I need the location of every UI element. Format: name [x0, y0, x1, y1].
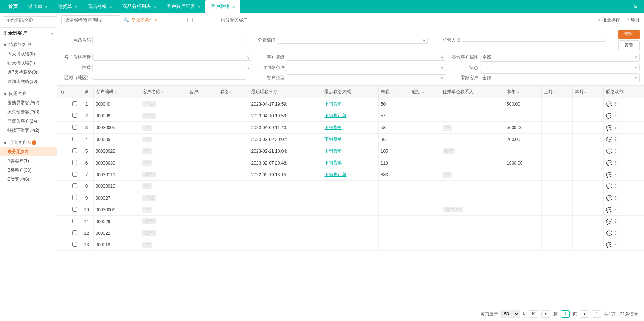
grid-action-icon[interactable]: ⠿: [615, 137, 618, 142]
my-customers-checkbox-label[interactable]: 我分管的客户: [161, 17, 247, 23]
retail-select[interactable]: 全部 ∨: [480, 73, 640, 82]
tab-sales[interactable]: 销售单 ✕: [23, 0, 53, 13]
contact-method-link[interactable]: 下销货单: [324, 125, 342, 130]
grid-action-icon[interactable]: ⠿: [615, 113, 618, 119]
batch-op-button[interactable]: ☑ 批量操作: [597, 17, 620, 23]
tab-customer-contact[interactable]: 客户联络 ✕: [205, 0, 240, 13]
th-settings[interactable]: ⚙: [57, 86, 69, 98]
tab-analysis[interactable]: 商品分析 ✕: [82, 0, 117, 13]
person-select[interactable]: [462, 39, 606, 42]
sidebar-item-class-b[interactable]: B类客户(33): [0, 166, 57, 175]
row-checkbox[interactable]: [72, 207, 77, 212]
td-check[interactable]: [69, 169, 80, 181]
region-select[interactable]: [92, 77, 246, 80]
message-icon[interactable]: 💬: [606, 160, 612, 166]
close-sales-icon[interactable]: ✕: [45, 5, 47, 9]
contact-method-link[interactable]: 下销货单: [324, 101, 342, 106]
tab-customer-layer[interactable]: 客户分层经客 ✕: [161, 0, 205, 13]
search-input[interactable]: [61, 15, 120, 24]
dept-select[interactable]: ∨: [277, 37, 427, 44]
td-check[interactable]: [69, 204, 80, 216]
sidebar-item-7days[interactable]: 近7天待联络(0): [0, 68, 57, 77]
contact-method-link[interactable]: 下销货单: [324, 160, 342, 165]
collapse-icon[interactable]: «: [51, 31, 54, 36]
message-icon[interactable]: 💬: [606, 242, 612, 248]
grid-action-icon[interactable]: ⠿: [615, 242, 618, 248]
message-icon[interactable]: 💬: [606, 137, 612, 142]
nav-close-button[interactable]: ✕: [630, 3, 641, 10]
th-this-month[interactable]: 本月...: [573, 86, 603, 98]
sidebar-item-class-a[interactable]: A类客户(1): [0, 156, 57, 166]
td-check[interactable]: [69, 122, 80, 134]
contact-method-link[interactable]: 下销货单: [324, 148, 342, 154]
message-icon[interactable]: 💬: [606, 183, 612, 189]
my-customers-checkbox[interactable]: [161, 18, 219, 22]
retail-attr-select[interactable]: 全部 ∨: [480, 53, 640, 62]
message-icon[interactable]: 💬: [606, 230, 612, 236]
grid-action-icon[interactable]: ⠿: [615, 172, 618, 178]
grid-action-icon[interactable]: ⠿: [615, 125, 618, 131]
td-check[interactable]: [69, 145, 80, 157]
row-checkbox[interactable]: [72, 195, 77, 200]
sidebar-item-class-c[interactable]: C类客户(6): [0, 175, 57, 184]
tab-analysis-list[interactable]: 商品分析列表 ✕: [117, 0, 161, 13]
row-checkbox[interactable]: [72, 230, 77, 235]
phone-input[interactable]: [92, 36, 243, 44]
message-icon[interactable]: 💬: [606, 113, 612, 119]
customer-type-select[interactable]: ∨: [286, 74, 446, 81]
row-checkbox[interactable]: [72, 160, 77, 165]
contact-method-link[interactable]: 下销售订单: [324, 113, 346, 118]
more-button-1[interactable]: ···: [608, 37, 612, 43]
message-icon[interactable]: 💬: [606, 148, 612, 154]
contact-method-link[interactable]: 下销售订单: [324, 172, 346, 177]
tab-home[interactable]: 首页: [3, 0, 23, 13]
status-select[interactable]: ∨: [480, 64, 640, 71]
export-button[interactable]: ↑ 导出: [627, 17, 640, 23]
customer-level-select[interactable]: ∨: [286, 54, 446, 61]
grid-action-icon[interactable]: ⠿: [615, 195, 618, 201]
td-check[interactable]: [69, 134, 80, 145]
page-size-select[interactable]: 50 100: [501, 310, 520, 318]
sidebar-item-hoarding[interactable]: 囤购异常客户(2): [0, 98, 57, 107]
nature-select[interactable]: ∨: [92, 64, 252, 71]
td-check[interactable]: [69, 98, 80, 110]
message-icon[interactable]: 💬: [606, 125, 612, 131]
row-checkbox[interactable]: [72, 172, 77, 177]
message-icon[interactable]: 💬: [606, 207, 612, 213]
th-name[interactable]: 客户名称 ⇅: [140, 86, 187, 98]
td-check[interactable]: [69, 192, 80, 204]
td-check[interactable]: [69, 227, 80, 239]
sidebar-item-today[interactable]: 今天待联络(0): [0, 49, 57, 59]
sidebar-item-tomorrow[interactable]: 明天待联络(1): [0, 59, 57, 68]
td-check[interactable]: [69, 239, 80, 251]
th-last-date[interactable]: 最后联联日期: [249, 86, 322, 98]
contact-method-link[interactable]: 下销货单: [324, 137, 342, 142]
last-page-button[interactable]: 1: [592, 310, 601, 318]
sidebar-search-input[interactable]: [3, 16, 57, 24]
td-check[interactable]: [69, 157, 80, 169]
row-checkbox[interactable]: [72, 137, 77, 141]
sidebar-item-churned[interactable]: 已流失客户(24): [0, 117, 57, 126]
grid-action-icon[interactable]: ⠿: [615, 160, 618, 166]
th-no-contact[interactable]: 未联...: [378, 86, 409, 98]
value-customers-group-title[interactable]: ▼ 价值客户 ↻ !: [0, 138, 57, 147]
tab-purchase[interactable]: 进货单 ✕: [53, 0, 82, 13]
th-last-method[interactable]: 最后联络方式: [322, 86, 378, 98]
close-purchase-icon[interactable]: ✕: [74, 5, 77, 9]
refresh-icon[interactable]: ↻: [28, 141, 31, 145]
row-checkbox[interactable]: [72, 183, 77, 188]
row-checkbox[interactable]: [72, 219, 77, 223]
grid-action-icon[interactable]: ⠿: [615, 207, 618, 213]
sidebar-item-ungrouped[interactable]: 未分组(32): [0, 147, 57, 156]
search-button[interactable]: 🔍: [123, 17, 129, 22]
row-checkbox[interactable]: [72, 101, 77, 106]
th-this-year[interactable]: 本年...: [504, 86, 542, 98]
grid-action-icon[interactable]: ⠿: [615, 219, 618, 225]
message-icon[interactable]: 💬: [606, 195, 612, 201]
payment-select[interactable]: ∨: [286, 64, 446, 71]
grid-action-icon[interactable]: ⠿: [615, 148, 618, 154]
sidebar-item-declining[interactable]: 持续下滑客户(2): [0, 126, 57, 135]
grid-action-icon[interactable]: ⠿: [615, 230, 618, 236]
th-type[interactable]: 客户...: [187, 86, 218, 98]
th-code[interactable]: 客户编码 ⇅: [93, 86, 140, 98]
